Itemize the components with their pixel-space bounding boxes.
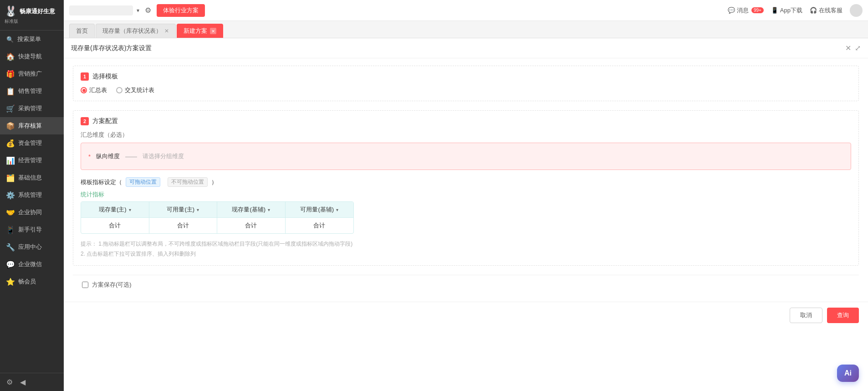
radio-summary[interactable]: 汇总表 [81, 86, 107, 94]
stats-section-title: 统计指标 [81, 190, 851, 199]
trial-button[interactable]: 体验行业方案 [157, 4, 205, 17]
tool-icon: 🔧 [6, 243, 15, 251]
tabbar: 首页 现存量（库存状况表） ✕ 新建方案 ✕ [64, 21, 868, 38]
topbar-right: 💬 消息 99+ 📱 App下载 🎧 在线客服 [728, 4, 863, 17]
cell-0-2: 合计 [217, 218, 286, 233]
money-icon: 💰 [6, 139, 15, 147]
draggable-tag: 可拖动位置 [126, 177, 160, 187]
sidebar-item-newguide[interactable]: 📱 新手引导 [0, 221, 64, 238]
tab-close-inventory[interactable]: ✕ [164, 28, 169, 34]
step1-header: 1 选择模板 [81, 72, 851, 81]
dim-placeholder: 请选择分组维度 [143, 152, 184, 160]
handshake-icon: 🤝 [6, 208, 15, 216]
stats-table: 现存量(主) ▾ 可用量(主) ▾ 现存量(基辅) ▾ [81, 201, 354, 234]
cell-0-3: 合计 [286, 218, 354, 233]
topbar-search-input[interactable] [69, 5, 133, 15]
ai-fab-button[interactable]: Ai [837, 365, 859, 382]
dim-label: 纵向维度 [96, 152, 120, 160]
sales-icon: 📋 [6, 87, 15, 95]
step2-title: 方案配置 [92, 117, 118, 125]
panel-close-button[interactable]: ✕ [845, 44, 851, 52]
tab-inventory-status[interactable]: 现存量（库存状况表） ✕ [96, 24, 176, 38]
summary-dimension-label: 汇总维度（必选） [81, 131, 851, 139]
tip-0: 提示： 1.拖动标题栏可以调整布局，不可跨维度或指标区域拖动栏目字段(只能在同一… [81, 239, 851, 249]
wechat-icon: 💬 [6, 260, 15, 268]
dimension-selector[interactable]: * 纵向维度 —— 请选择分组维度 [81, 143, 851, 170]
stats-section: 统计指标 现存量(主) ▾ 可用量(主) ▾ [81, 190, 851, 234]
step1-title: 选择模板 [92, 72, 118, 81]
box-icon: 📦 [6, 122, 15, 130]
step1-section: 1 选择模板 汇总表 交叉统计表 [73, 66, 859, 101]
cancel-button[interactable]: 取消 [790, 308, 822, 323]
tips-section: 提示： 1.拖动标题栏可以调整布局，不可跨维度或指标区域拖动栏目字段(只能在同一… [81, 239, 851, 259]
topbar: ▾ ⚙ 体验行业方案 💬 消息 99+ 📱 App下载 🎧 在线客服 [64, 0, 868, 21]
sidebar-search[interactable]: 🔍 搜索菜单 [0, 31, 64, 48]
app-name: 🐰 畅康通好生意 [5, 5, 59, 17]
col-3-arrow[interactable]: ▾ [336, 207, 338, 212]
chevron-down-icon[interactable]: ▾ [137, 7, 139, 14]
footer-bar: 取消 查询 [64, 302, 868, 329]
basic-icon: 🗂️ [6, 174, 15, 182]
col-1-arrow[interactable]: ▾ [197, 207, 199, 212]
sidebar-item-operations[interactable]: 📊 经营管理 [0, 152, 64, 169]
save-section: 方案保存(可选) [73, 275, 859, 294]
main-area: ▾ ⚙ 体验行业方案 💬 消息 99+ 📱 App下载 🎧 在线客服 首页 [64, 0, 868, 391]
col-2-arrow[interactable]: ▾ [268, 207, 270, 212]
message-icon: 💬 [728, 7, 735, 14]
tab-home[interactable]: 首页 [69, 24, 95, 38]
settings-icon[interactable]: ⚙ [6, 378, 13, 386]
panel-body: 1 选择模板 汇总表 交叉统计表 [64, 58, 868, 302]
sidebar-item-appcenter[interactable]: 🔧 应用中心 [0, 238, 64, 256]
gear-icon: ⚙️ [6, 191, 15, 199]
save-checkbox[interactable] [82, 282, 88, 288]
cart-icon: 🛒 [6, 104, 15, 113]
radio-cross-circle [116, 87, 123, 93]
sidebar-item-member[interactable]: ⭐ 畅会员 [0, 273, 64, 290]
step2-header: 2 方案配置 [81, 117, 851, 125]
headset-icon: 🎧 [810, 7, 817, 14]
stats-table-row-0: 合计 合计 合计 合计 [81, 218, 353, 233]
col-header-3: 可用量(基辅) ▾ [286, 202, 354, 217]
sidebar-item-wechat[interactable]: 💬 企业微信 [0, 256, 64, 273]
sidebar-item-quicknav[interactable]: 🏠 快捷导航 [0, 48, 64, 65]
tab-new-plan[interactable]: 新建方案 ✕ [177, 24, 223, 38]
sidebar-item-marketing[interactable]: 🎁 营销推广 [0, 65, 64, 82]
messages-button[interactable]: 💬 消息 99+ [728, 6, 764, 15]
radio-cross[interactable]: 交叉统计表 [116, 86, 154, 94]
cell-0-1: 合计 [149, 218, 218, 233]
sidebar-item-system[interactable]: ⚙️ 系统管理 [0, 186, 64, 204]
sidebar-item-purchase[interactable]: 🛒 采购管理 [0, 100, 64, 117]
col-0-arrow[interactable]: ▾ [129, 207, 131, 212]
sidebar-item-basic[interactable]: 🗂️ 基础信息 [0, 169, 64, 186]
step2-section: 2 方案配置 汇总维度（必选） * 纵向维度 —— 请选择分组维度 模板指标设定… [73, 110, 859, 266]
online-service-button[interactable]: 🎧 在线客服 [810, 6, 842, 15]
collapse-icon[interactable]: ◀ [20, 378, 26, 386]
sidebar: 🐰 畅康通好生意 标准版 🔍 搜索菜单 🏠 快捷导航 🎁 营销推广 📋 销售管理… [0, 0, 64, 391]
stats-table-header: 现存量(主) ▾ 可用量(主) ▾ 现存量(基辅) ▾ [81, 202, 353, 218]
panel-expand-button[interactable]: ⤢ [855, 44, 861, 52]
save-label: 方案保存(可选) [92, 281, 132, 289]
not-draggable-tag: 不可拖动位置 [168, 177, 208, 187]
search-icon: 🔍 [6, 36, 14, 43]
query-button[interactable]: 查询 [827, 308, 859, 323]
chart-icon: 📊 [6, 156, 15, 165]
home-icon: 🏠 [6, 52, 15, 61]
app-download-button[interactable]: 📱 App下载 [771, 6, 802, 15]
page-title: 现存量(库存状况表)方案设置 [71, 44, 152, 52]
user-avatar[interactable] [850, 4, 863, 17]
settings-gear-icon[interactable]: ⚙ [145, 6, 151, 15]
star-icon: ⭐ [6, 278, 15, 286]
sidebar-item-finance[interactable]: 💰 资金管理 [0, 134, 64, 152]
tab-close-newplan[interactable]: ✕ [210, 28, 216, 34]
dim-required-mark: * [88, 153, 91, 160]
content-area: 现存量(库存状况表)方案设置 ✕ ⤢ 1 选择模板 [64, 38, 868, 391]
col-header-2: 现存量(基辅) ▾ [217, 202, 286, 217]
sidebar-logo: 🐰 畅康通好生意 标准版 [0, 0, 64, 31]
sidebar-item-enterprise[interactable]: 🤝 企业协同 [0, 204, 64, 221]
tip-1: 2. 点击标题栏下拉可设置排序、插入列和删除列 [81, 249, 851, 259]
sidebar-nav: 🔍 搜索菜单 🏠 快捷导航 🎁 营销推广 📋 销售管理 🛒 采购管理 📦 库存核… [0, 31, 64, 373]
sidebar-item-sales[interactable]: 📋 销售管理 [0, 82, 64, 100]
sidebar-item-inventory[interactable]: 📦 库存核算 [0, 117, 64, 134]
step1-badge: 1 [81, 72, 89, 81]
sidebar-bottom: ⚙ ◀ [0, 373, 64, 391]
